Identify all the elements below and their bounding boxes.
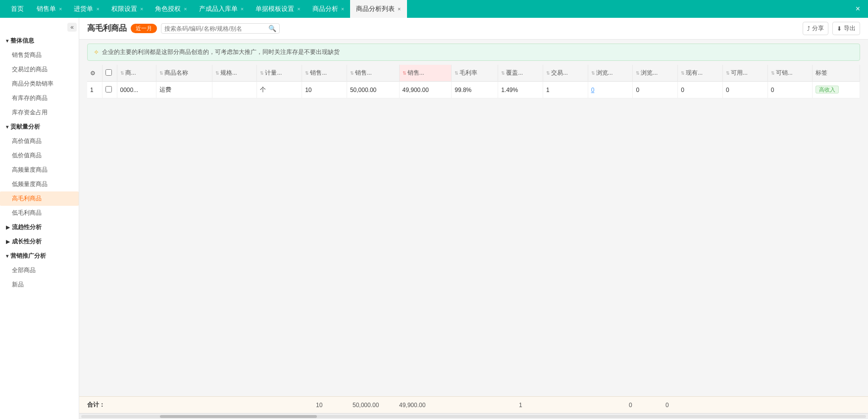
cell-sellable: 0 [767,82,813,98]
col-tag[interactable]: 标签 [813,65,860,82]
sidebar-item-capital-occupy[interactable]: 库存资金占用 [0,105,79,120]
products-tab-label: 产成品入库单 [199,4,238,13]
sidebar-group-trend[interactable]: ▶ 流趋性分析 [0,220,79,234]
footer-cost: 49,900.00 [399,402,444,409]
scrollbar-track [81,415,866,418]
footer-bar: 合计： 10 50,000.00 49,900.00 1 0 0 [79,396,868,413]
close-permissions-tab[interactable]: × [140,6,143,12]
cell-transactions: 1 [543,82,588,98]
close-analysis-tab[interactable]: × [341,6,344,12]
cell-name: 运费 [156,82,212,98]
analysis-tab-label: 商品分析 [312,4,338,13]
col-name[interactable]: ⇅商品名称 [156,65,212,82]
col-transactions[interactable]: ⇅交易... [543,65,588,82]
close-roles-tab[interactable]: × [184,6,187,12]
sidebar-group-growth[interactable]: ▶ 成长性分析 [0,234,79,249]
nav-tab-roles[interactable]: 角色授权 × [149,0,193,18]
cell-view1[interactable]: 0 [588,82,633,98]
col-settings[interactable]: ⚙ [87,65,102,82]
nav-tab-products[interactable]: 产成品入库单 × [193,0,250,18]
share-button[interactable]: ⤴ 分享 [803,22,828,35]
sales-tab-label: 销售单 [37,4,56,13]
table-wrapper[interactable]: ⚙ ⇅商... ⇅商品名称 ⇅规格... ⇅计量... ⇅销售... ⇅销售..… [79,65,868,396]
purchase-tab-label: 进货单 [74,4,93,13]
footer-qty: 10 [316,402,351,409]
sidebar-item-in-stock[interactable]: 有库存的商品 [0,91,79,105]
close-template-tab[interactable]: × [297,6,300,12]
sidebar-group-marketing-items: 全部商品 新品 [0,263,79,292]
sidebar-group-overall[interactable]: ▾ 整体信息 [0,34,79,48]
col-sales-cost[interactable]: ⇅销售... [399,65,452,82]
sidebar-item-low-margin[interactable]: 低毛利商品 [0,206,79,220]
export-button[interactable]: ⬇ 导出 [832,22,860,35]
sidebar-group-contribution[interactable]: ▾ 贡献量分析 [0,120,79,134]
cell-sales-qty: 10 [302,82,347,98]
col-margin-rate[interactable]: ⇅毛利率 [452,65,498,82]
nav-tab-purchase[interactable]: 进货单 × [68,0,105,18]
close-sales-tab[interactable]: × [59,6,62,12]
sidebar-item-low-value[interactable]: 低价值商品 [0,148,79,163]
group-marketing-arrow: ▾ [6,253,8,259]
close-products-tab[interactable]: × [241,6,244,12]
template-tab-label: 单据模板设置 [255,4,294,13]
close-analysis-list-tab[interactable]: × [398,6,401,12]
col-checkbox[interactable] [102,65,117,82]
sidebar-group-marketing[interactable]: ▾ 营销推广分析 [0,249,79,263]
nav-tab-home[interactable]: 首页 [4,0,31,18]
col-sellable[interactable]: ⇅可销... [767,65,813,82]
footer-transactions: 1 [519,402,554,409]
cell-checkbox[interactable] [102,82,117,98]
home-tab-label: 首页 [11,4,24,13]
export-icon: ⬇ [837,25,842,32]
col-sales-qty[interactable]: ⇅销售... [302,65,347,82]
nav-tab-analysis-list[interactable]: 商品分析列表 × [350,0,407,18]
scrollbar-thumb[interactable] [160,415,317,418]
close-all-tabs[interactable]: × [852,4,864,13]
filter-button[interactable]: 近一月 [131,24,157,33]
group-growth-label: 成长性分析 [12,237,42,246]
sidebar-item-high-value[interactable]: 高价值商品 [0,134,79,148]
search-icon[interactable]: 🔍 [268,25,276,32]
cell-sales-cost: 49,900.00 [399,82,452,98]
col-spec[interactable]: ⇅规格... [212,65,257,82]
data-table: ⚙ ⇅商... ⇅商品名称 ⇅规格... ⇅计量... ⇅销售... ⇅销售..… [87,65,860,98]
sidebar-item-analysis-rate[interactable]: 商品分类助销率 [0,77,79,91]
sidebar-group-overall-items: 销售货商品 交易过的商品 商品分类助销率 有库存的商品 库存资金占用 [0,48,79,120]
sidebar-item-all-goods[interactable]: 全部商品 [0,263,79,278]
sidebar-item-sales-goods[interactable]: 销售货商品 [0,48,79,62]
sidebar-item-high-margin[interactable]: 高毛利商品 [0,191,79,206]
cell-current-stock: 0 [678,82,723,98]
sidebar-collapse-button[interactable]: « [67,23,77,32]
col-available[interactable]: ⇅可用... [722,65,767,82]
group-contribution-label: 贡献量分析 [10,123,40,131]
footer-stock: 0 [629,402,664,409]
nav-tab-analysis[interactable]: 商品分析 × [306,0,350,18]
col-unit[interactable]: ⇅计量... [257,65,302,82]
nav-tab-sales[interactable]: 销售单 × [31,0,68,18]
row-checkbox[interactable] [105,86,112,93]
sidebar: « ▾ 整体信息 销售货商品 交易过的商品 商品分类助销率 [0,18,79,419]
col-view2[interactable]: ⇅浏览... [633,65,678,82]
footer-amount: 50,000.00 [353,402,397,409]
sidebar-item-traded-goods[interactable]: 交易过的商品 [0,62,79,77]
cell-spec [212,82,257,98]
nav-tab-template[interactable]: 单据模板设置 × [250,0,306,18]
sidebar-item-low-freq[interactable]: 低频量度商品 [0,177,79,191]
nav-tab-permissions[interactable]: 权限设置 × [105,0,149,18]
table-row: 1 0000... 运费 个 10 50,000.00 49,900.00 99… [87,82,860,98]
col-code[interactable]: ⇅商... [117,65,156,82]
cell-sales-amount: 50,000.00 [347,82,399,98]
col-sales-amount[interactable]: ⇅销售... [347,65,399,82]
select-all-checkbox[interactable] [105,69,112,76]
sidebar-item-high-freq[interactable]: 高频量度商品 [0,163,79,177]
col-current-stock[interactable]: ⇅现有... [678,65,723,82]
permissions-tab-label: 权限设置 [111,4,137,13]
horizontal-scrollbar[interactable] [79,413,868,419]
col-view1[interactable]: ⇅浏览... [588,65,633,82]
footer-label: 合计： [87,401,105,409]
roles-tab-label: 角色授权 [155,4,181,13]
search-input[interactable] [164,25,268,32]
close-purchase-tab[interactable]: × [96,6,99,12]
col-coverage[interactable]: ⇅覆盖... [498,65,543,82]
sidebar-item-new-goods[interactable]: 新品 [0,278,79,292]
